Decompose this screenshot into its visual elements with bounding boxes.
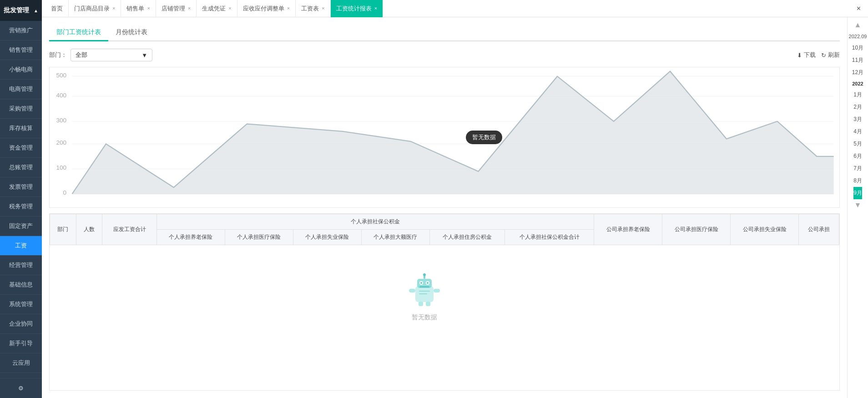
sub-tab-部门工资统计表[interactable]: 部门工资统计表 bbox=[49, 25, 108, 41]
content-panel: 部门工资统计表月份统计表 部门： 全部 ▼ ⬇ 下载 bbox=[42, 17, 847, 398]
sidebar-header[interactable]: 批发管理 ▲ bbox=[0, 0, 42, 21]
right-sidebar-calendar: ▲ 2022.09 10月11月12月 2022 1月2月3月4月5月6月7月8… bbox=[847, 17, 868, 398]
page-area: 部门工资统计表月份统计表 部门： 全部 ▼ ⬇ 下载 bbox=[42, 17, 868, 398]
cal-month-7月[interactable]: 7月 bbox=[853, 162, 862, 175]
sidebar-item-固定资产[interactable]: 固定资产 bbox=[0, 217, 42, 236]
cal-year-2022: 2022.09 bbox=[849, 31, 867, 42]
tab-工资表[interactable]: 工资表× bbox=[296, 0, 330, 17]
cal-month-6月[interactable]: 6月 bbox=[853, 150, 862, 162]
table-empty-state: 暂无数据 bbox=[50, 245, 799, 331]
sidebar-item-云应用[interactable]: 云应用 bbox=[0, 353, 42, 373]
th-company-other: 公司承担 bbox=[799, 214, 839, 245]
svg-text:400: 400 bbox=[56, 92, 66, 99]
empty-robot-icon bbox=[406, 272, 443, 309]
th-personal-unemployment: 个人承担失业保险 bbox=[293, 230, 361, 245]
svg-marker-12 bbox=[72, 71, 834, 194]
tab-close-icon[interactable]: × bbox=[322, 6, 324, 11]
sidebar-item-新手引导[interactable]: 新手引导 bbox=[0, 334, 42, 353]
download-icon: ⬇ bbox=[797, 52, 802, 59]
sidebar-item-发票管理[interactable]: 发票管理 bbox=[0, 177, 42, 197]
th-personal-medical: 个人承担医疗保险 bbox=[225, 230, 293, 245]
sidebar-item-工资[interactable]: 工资 bbox=[0, 236, 42, 256]
sidebar-item-税务管理[interactable]: 税务管理 bbox=[0, 197, 42, 217]
sidebar-item-采购管理[interactable]: 采购管理 bbox=[0, 99, 42, 119]
sidebar-item-系统管理[interactable]: 系统管理 bbox=[0, 295, 42, 314]
refresh-icon: ↻ bbox=[821, 52, 826, 59]
data-table: 部门 人数 应发工资合计 个人承担社保公积金 公司承担养老保险 公司承担医疗保险… bbox=[50, 214, 839, 331]
chart-svg: 500 400 300 200 100 0 bbox=[50, 67, 839, 207]
sidebar-toggle-icon: ▲ bbox=[34, 8, 38, 13]
svg-point-17 bbox=[420, 282, 422, 284]
tab-门店商品目录[interactable]: 门店商品目录× bbox=[69, 0, 121, 17]
cal-month-4月[interactable]: 4月 bbox=[853, 126, 862, 138]
cal-month-12月[interactable]: 12月 bbox=[852, 66, 863, 79]
th-total-wage: 应发工资合计 bbox=[102, 214, 156, 245]
sidebar-item-企业协同[interactable]: 企业协同 bbox=[0, 314, 42, 334]
cal-month-10月[interactable]: 10月 bbox=[852, 42, 863, 54]
sidebar-title: 批发管理 bbox=[4, 6, 29, 15]
sidebar-item-销售管理[interactable]: 销售管理 bbox=[0, 40, 42, 60]
tab-应收应付调整单[interactable]: 应收应付调整单× bbox=[237, 0, 296, 17]
th-company-medical: 公司承担医疗保险 bbox=[662, 214, 731, 245]
dept-select-value: 全部 bbox=[76, 51, 87, 59]
cal-year-2023-label: 2022 bbox=[848, 79, 868, 89]
cal-month-11月[interactable]: 11月 bbox=[852, 54, 863, 66]
cal-nav-up[interactable]: ▲ bbox=[848, 19, 868, 31]
sidebar-item-库存核算[interactable]: 库存核算 bbox=[0, 119, 42, 138]
th-company-unemployment: 公司承担失业保险 bbox=[731, 214, 799, 245]
tab-close-icon[interactable]: × bbox=[374, 6, 377, 11]
dept-select[interactable]: 全部 ▼ bbox=[71, 49, 152, 61]
toolbar: 部门： 全部 ▼ ⬇ 下载 ↻ 刷新 bbox=[49, 49, 840, 61]
empty-state: 暂无数据 bbox=[50, 245, 799, 331]
sub-tab-月份统计表[interactable]: 月份统计表 bbox=[108, 25, 155, 41]
svg-text:300: 300 bbox=[56, 117, 66, 124]
cal-month-9月[interactable]: 9月 bbox=[853, 187, 862, 199]
refresh-button[interactable]: ↻ 刷新 bbox=[821, 51, 840, 59]
tab-close-icon[interactable]: × bbox=[147, 6, 150, 11]
tab-close-icon[interactable]: × bbox=[188, 6, 191, 11]
sidebar-item-经营管理[interactable]: 经营管理 bbox=[0, 256, 42, 275]
table-container[interactable]: 部门 人数 应发工资合计 个人承担社保公积金 公司承担养老保险 公司承担医疗保险… bbox=[49, 213, 840, 391]
cal-month-8月[interactable]: 8月 bbox=[853, 175, 862, 187]
chart-no-data-tooltip: 暂无数据 bbox=[466, 131, 502, 144]
svg-point-20 bbox=[423, 273, 426, 276]
sidebar-item-电商管理[interactable]: 电商管理 bbox=[0, 80, 42, 99]
dept-label: 部门： bbox=[49, 51, 67, 59]
cal-month-3月[interactable]: 3月 bbox=[853, 113, 862, 126]
th-count: 人数 bbox=[76, 214, 102, 245]
sidebar-footer-settings[interactable]: ⚙ bbox=[0, 378, 42, 398]
svg-text:500: 500 bbox=[56, 72, 66, 79]
th-group-personal: 个人承担社保公积金 bbox=[156, 214, 594, 230]
th-personal-total: 个人承担社保公积金合计 bbox=[505, 230, 594, 245]
sub-tabs: 部门工资统计表月份统计表 bbox=[49, 25, 840, 41]
toolbar-left: 部门： 全部 ▼ bbox=[49, 49, 152, 61]
close-all-button[interactable]: × bbox=[853, 5, 864, 13]
th-dept: 部门 bbox=[50, 214, 76, 245]
sidebar-item-基础信息[interactable]: 基础信息 bbox=[0, 275, 42, 295]
sidebar-item-小畅电商[interactable]: 小畅电商 bbox=[0, 60, 42, 80]
tab-首页[interactable]: 首页 bbox=[45, 0, 69, 17]
cal-month-1月[interactable]: 1月 bbox=[853, 89, 862, 101]
sidebar-item-总账管理[interactable]: 总账管理 bbox=[0, 158, 42, 177]
tab-生成凭证[interactable]: 生成凭证× bbox=[197, 0, 237, 17]
download-label: 下载 bbox=[804, 51, 816, 59]
download-button[interactable]: ⬇ 下载 bbox=[797, 51, 816, 59]
tab-close-icon[interactable]: × bbox=[287, 6, 290, 11]
chart-area: 500 400 300 200 100 0 bbox=[49, 67, 840, 208]
th-personal-major-medical: 个人承担大额医疗 bbox=[361, 230, 429, 245]
sidebar-item-营销推广[interactable]: 营销推广 bbox=[0, 21, 42, 40]
svg-rect-26 bbox=[419, 291, 430, 292]
tab-店铺管理[interactable]: 店铺管理× bbox=[156, 0, 197, 17]
cal-nav-down[interactable]: ▼ bbox=[848, 199, 868, 211]
tab-close-icon[interactable]: × bbox=[228, 6, 231, 11]
cal-month-5月[interactable]: 5月 bbox=[853, 138, 862, 150]
cal-month-2月[interactable]: 2月 bbox=[853, 101, 862, 113]
sidebar-item-资金管理[interactable]: 资金管理 bbox=[0, 138, 42, 158]
th-personal-pension: 个人承担养老保险 bbox=[156, 230, 225, 245]
refresh-label: 刷新 bbox=[828, 51, 840, 59]
svg-rect-22 bbox=[409, 289, 415, 292]
tab-销售单[interactable]: 销售单× bbox=[121, 0, 156, 17]
tab-close-icon[interactable]: × bbox=[112, 6, 115, 11]
tab-工资统计报表[interactable]: 工资统计报表× bbox=[331, 0, 383, 17]
svg-rect-25 bbox=[426, 302, 430, 306]
